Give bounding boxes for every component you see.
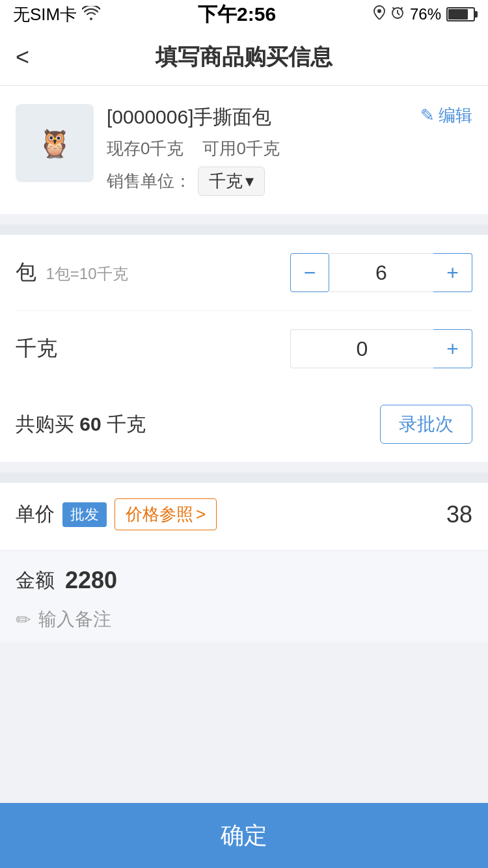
- amount-label: 金额: [16, 567, 55, 594]
- kg-quantity-input[interactable]: [290, 329, 433, 368]
- product-name: [0000006]手撕面包: [107, 104, 472, 131]
- kg-plus-button[interactable]: +: [433, 329, 472, 368]
- price-row: 单价 批发 价格参照 > 38: [16, 498, 472, 530]
- product-card: 🦉 [0000006]手撕面包 现存0千克 可用0千克 销售单位： 千克 ▾ ✎…: [0, 86, 488, 214]
- svg-point-0: [377, 9, 381, 13]
- back-button[interactable]: <: [16, 44, 29, 71]
- status-right: 76%: [373, 5, 475, 23]
- location-icon: [373, 5, 385, 23]
- bag-minus-button[interactable]: −: [290, 253, 329, 292]
- battery-icon: [446, 7, 475, 21]
- confirm-button[interactable]: 确定: [0, 803, 488, 868]
- price-section: 单价 批发 价格参照 > 38: [0, 483, 488, 550]
- product-logo: 🦉: [38, 128, 72, 159]
- pencil-icon: ✏: [16, 609, 31, 631]
- price-label-group: 单价 批发 价格参照 >: [16, 498, 217, 530]
- unit-label: 销售单位：: [107, 170, 191, 193]
- product-image: 🦉: [16, 104, 94, 182]
- edit-button[interactable]: ✎ 编辑: [420, 104, 472, 127]
- confirm-label: 确定: [221, 820, 267, 852]
- chevron-down-icon: ▾: [245, 171, 254, 191]
- remark-row[interactable]: ✏ 输入备注: [16, 607, 472, 632]
- battery-percent: 76%: [410, 5, 441, 23]
- wifi-icon: [82, 5, 100, 25]
- unit-select[interactable]: 千克 ▾: [198, 167, 265, 196]
- divider-1: [0, 224, 488, 235]
- product-unit-row: 销售单位： 千克 ▾: [107, 167, 472, 196]
- nav-bar: < 填写商品购买信息: [0, 29, 488, 86]
- price-ref-button[interactable]: 价格参照 >: [115, 498, 217, 530]
- bag-row: 包 1包=10千克 − +: [16, 235, 472, 311]
- bag-quantity-input[interactable]: [329, 253, 433, 292]
- batch-tag: 批发: [62, 502, 107, 527]
- batch-button[interactable]: 录批次: [380, 405, 472, 444]
- amount-section: 金额 2280 ✏ 输入备注: [0, 551, 488, 642]
- edit-icon: ✎: [420, 105, 435, 126]
- carrier-text: 无SIM卡: [13, 3, 77, 26]
- total-row: 共购买 60 千克 录批次: [0, 387, 488, 462]
- product-stock: 现存0千克 可用0千克: [107, 137, 472, 160]
- status-bar: 无SIM卡 下午2:56 76%: [0, 0, 488, 29]
- kg-row: 千克 +: [16, 311, 472, 387]
- divider-2: [0, 472, 488, 483]
- bag-quantity-control: − +: [290, 253, 472, 292]
- alarm-icon: [390, 5, 405, 23]
- amount-row: 金额 2280: [16, 567, 472, 594]
- kg-quantity-control: +: [290, 329, 472, 368]
- price-label: 单价: [16, 501, 55, 528]
- amount-value: 2280: [65, 567, 117, 594]
- remark-placeholder[interactable]: 输入备注: [38, 607, 111, 632]
- bag-label: 包 1包=10千克: [16, 258, 128, 287]
- status-time: 下午2:56: [198, 1, 276, 28]
- total-text: 共购买 60 千克: [16, 411, 146, 438]
- form-section: 包 1包=10千克 − + 千克 +: [0, 235, 488, 387]
- status-left: 无SIM卡: [13, 3, 100, 26]
- bag-plus-button[interactable]: +: [433, 253, 472, 292]
- page-title: 填写商品购买信息: [156, 42, 332, 72]
- product-info: [0000006]手撕面包 现存0千克 可用0千克 销售单位： 千克 ▾: [107, 104, 472, 196]
- kg-label: 千克: [16, 334, 57, 363]
- chevron-right-icon: >: [196, 504, 206, 524]
- price-value: 38: [446, 501, 472, 528]
